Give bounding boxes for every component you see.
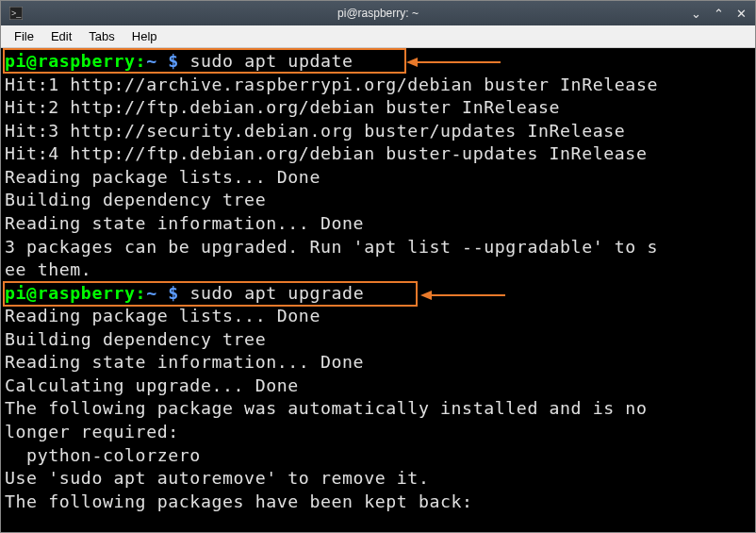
terminal-icon: >_: [8, 6, 24, 21]
menu-help[interactable]: Help: [124, 27, 165, 45]
output-line: Reading package lists... Done: [5, 305, 751, 328]
menu-file[interactable]: File: [7, 27, 41, 45]
menu-tabs[interactable]: Tabs: [81, 27, 122, 45]
output-line: Hit:4 http://ftp.debian.org/debian buste…: [5, 142, 751, 166]
output-line: The following packages have been kept ba…: [5, 491, 751, 514]
terminal-window: >_ pi@raspberry: ~ ⌄ ⌃ ✕ File Edit Tabs …: [0, 0, 756, 533]
output-line: Reading state information... Done: [5, 351, 751, 375]
maximize-button[interactable]: ⌃: [712, 7, 725, 21]
output-line: Calculating upgrade... Done: [5, 375, 751, 398]
titlebar[interactable]: >_ pi@raspberry: ~ ⌄ ⌃ ✕: [1, 1, 755, 25]
close-button[interactable]: ✕: [734, 7, 748, 21]
output-line: 3 packages can be upgraded. Run 'apt lis…: [5, 236, 751, 259]
window-controls: ⌄ ⌃ ✕: [689, 7, 748, 21]
output-line: Building dependency tree: [5, 189, 751, 212]
prompt-dollar: $: [168, 51, 189, 71]
prompt-user: pi@raspberry: [5, 283, 136, 303]
output-line: python-colorzero: [5, 444, 751, 468]
output-line: longer required:: [5, 421, 751, 444]
menu-edit[interactable]: Edit: [43, 27, 79, 45]
output-line: Reading state information... Done: [5, 212, 751, 236]
prompt-path: ~: [146, 51, 168, 71]
output-line: Use 'sudo apt autoremove' to remove it.: [5, 467, 751, 491]
output-line: Reading package lists... Done: [5, 166, 751, 190]
menubar: File Edit Tabs Help: [1, 25, 755, 48]
output-line: Building dependency tree: [5, 328, 751, 352]
window-title: pi@raspberry: ~: [337, 7, 419, 20]
prompt-line-2: pi@raspberry:~ $ sudo apt upgrade: [5, 282, 751, 306]
svg-text:>_: >_: [11, 8, 22, 18]
prompt-user: pi@raspberry: [5, 51, 136, 71]
minimize-button[interactable]: ⌄: [689, 7, 702, 21]
prompt-line-1: pi@raspberry:~ $ sudo apt update: [5, 50, 751, 74]
output-line: The following package was automatically …: [5, 397, 751, 421]
output-line: ee them.: [5, 258, 751, 282]
output-line: Hit:3 http://security.debian.org buster/…: [5, 120, 751, 143]
terminal-content[interactable]: pi@raspberry:~ $ sudo apt update Hit:1 h…: [1, 48, 755, 532]
prompt-dollar: $: [168, 283, 189, 303]
output-line: Hit:1 http://archive.raspberrypi.org/deb…: [5, 74, 751, 97]
prompt-path: ~: [146, 283, 168, 303]
prompt-colon: :: [136, 283, 147, 303]
command-text: sudo apt upgrade: [189, 283, 364, 303]
output-line: Hit:2 http://ftp.debian.org/debian buste…: [5, 96, 751, 120]
prompt-colon: :: [136, 51, 147, 71]
command-text: sudo apt update: [189, 51, 353, 71]
